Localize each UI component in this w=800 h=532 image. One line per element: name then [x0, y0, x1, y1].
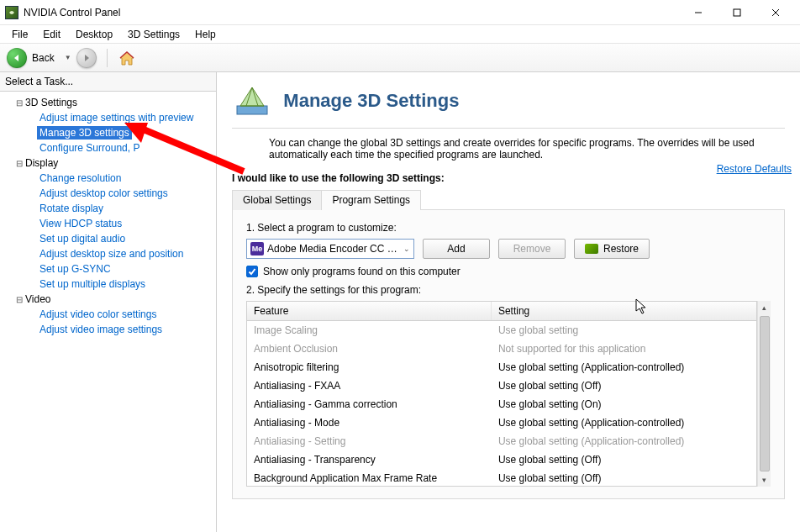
show-only-label: Show only programs found on this compute… [263, 266, 461, 277]
program-select[interactable]: Me Adobe Media Encoder CC (adob... ⌄ [246, 239, 414, 259]
tree-group-video[interactable]: Video [25, 293, 50, 305]
adobe-me-icon: Me [250, 242, 264, 255]
restore-button-label: Restore [603, 243, 639, 255]
cell-setting: Use global setting (Off) [492, 471, 756, 486]
nvidia-badge-icon [585, 244, 598, 254]
back-label: Back [32, 52, 55, 64]
maximize-button[interactable] [718, 0, 756, 25]
cell-setting: Use global setting (Off) [492, 452, 756, 467]
minimize-button[interactable] [679, 0, 718, 25]
program-select-value: Adobe Media Encoder CC (adob... [267, 243, 400, 255]
back-history-dropdown[interactable]: ▼ [65, 54, 71, 61]
window-title: NVIDIA Control Panel [24, 7, 120, 18]
sidebar-header: Select a Task... [0, 72, 216, 92]
task-tree: ⊟3D Settings Adjust image settings with … [0, 92, 216, 532]
page-title: Manage 3D Settings [283, 90, 459, 112]
tab-program-settings[interactable]: Program Settings [321, 190, 421, 210]
restore-defaults-link[interactable]: Restore Defaults [717, 163, 792, 175]
table-scrollbar[interactable]: ▴ ▾ [757, 301, 771, 487]
back-button[interactable] [7, 48, 27, 68]
cell-feature: Ambient Occlusion [247, 341, 492, 356]
menu-file[interactable]: File [5, 27, 34, 42]
tree-item-adjust-desktop-color[interactable]: Adjust desktop color settings [37, 187, 171, 200]
scroll-up-icon[interactable]: ▴ [758, 301, 771, 314]
cell-setting: Use global setting [492, 323, 756, 338]
tree-item-change-resolution[interactable]: Change resolution [37, 171, 124, 185]
forward-button[interactable] [76, 48, 97, 68]
tree-item-view-hdcp[interactable]: View HDCP status [37, 217, 124, 230]
tree-item-multiple-displays[interactable]: Set up multiple displays [37, 277, 148, 291]
page-logo-icon [232, 81, 272, 121]
main-content: Manage 3D Settings Restore Defaults You … [217, 72, 800, 532]
cell-feature: Antialiasing - Setting [247, 434, 492, 449]
scroll-thumb[interactable] [760, 316, 770, 471]
tree-item-desktop-size-position[interactable]: Adjust desktop size and position [37, 247, 186, 261]
title-separator [232, 128, 785, 129]
table-row[interactable]: Antialiasing - TransparencyUse global se… [247, 450, 756, 469]
cell-setting: Not supported for this application [492, 341, 756, 356]
menubar: File Edit Desktop 3D Settings Help [0, 25, 800, 44]
tree-item-gsync[interactable]: Set up G-SYNC [37, 262, 113, 276]
chevron-down-icon: ⌄ [400, 245, 410, 253]
tree-group-display[interactable]: Display [25, 157, 58, 169]
step1-label: 1. Select a program to customize: [246, 222, 771, 234]
step2-label: 2. Specify the settings for this program… [246, 284, 771, 296]
column-feature[interactable]: Feature [247, 302, 492, 320]
tree-item-configure-surround[interactable]: Configure Surround, P [37, 141, 142, 155]
menu-edit[interactable]: Edit [36, 27, 67, 42]
cell-feature: Antialiasing - Gamma correction [247, 397, 492, 412]
home-button[interactable] [118, 49, 136, 67]
tree-item-video-image[interactable]: Adjust video image settings [37, 323, 165, 336]
scroll-down-icon[interactable]: ▾ [758, 473, 771, 487]
section-label: I would like to use the following 3D set… [232, 172, 785, 184]
menu-desktop[interactable]: Desktop [69, 27, 119, 42]
restore-button[interactable]: Restore [574, 239, 650, 259]
cell-feature: Antialiasing - Transparency [247, 452, 492, 467]
remove-button[interactable]: Remove [498, 239, 566, 259]
table-row[interactable]: Antialiasing - Gamma correctionUse globa… [247, 395, 756, 413]
table-row[interactable]: Antialiasing - FXAAUse global setting (O… [247, 377, 756, 395]
cell-setting: Use global setting (Application-controll… [492, 434, 756, 449]
tree-collapse-icon[interactable]: ⊟ [13, 98, 25, 108]
cell-feature: Antialiasing - Mode [247, 415, 492, 430]
tree-item-adjust-image-settings[interactable]: Adjust image settings with preview [37, 111, 196, 124]
tree-item-video-color[interactable]: Adjust video color settings [37, 308, 159, 321]
column-setting[interactable]: Setting [492, 302, 756, 320]
cell-feature: Image Scaling [247, 323, 492, 338]
svg-rect-4 [237, 106, 267, 114]
tree-collapse-icon[interactable]: ⊟ [13, 159, 25, 168]
table-row[interactable]: Image ScalingUse global setting [247, 321, 756, 340]
menu-3d-settings[interactable]: 3D Settings [121, 27, 187, 42]
cell-feature: Antialiasing - FXAA [247, 378, 492, 393]
toolbar: Back ▼ [0, 44, 800, 72]
table-row[interactable]: Antialiasing - SettingUse global setting… [247, 432, 756, 450]
cell-feature: Anisotropic filtering [247, 360, 492, 375]
cell-setting: Use global setting (Off) [492, 378, 756, 393]
nvidia-app-icon [5, 6, 18, 19]
sidebar: Select a Task... ⊟3D Settings Adjust ima… [0, 72, 217, 532]
settings-table: Feature Setting Image ScalingUse global … [246, 301, 757, 487]
cell-setting: Use global setting (Application-controll… [492, 415, 756, 430]
page-description: You can change the global 3D settings an… [269, 137, 773, 161]
tab-global-settings[interactable]: Global Settings [232, 190, 322, 210]
titlebar: NVIDIA Control Panel [0, 0, 800, 25]
close-button[interactable] [756, 0, 795, 25]
tree-item-manage-3d-settings[interactable]: Manage 3D settings [37, 126, 132, 140]
tree-item-digital-audio[interactable]: Set up digital audio [37, 232, 128, 245]
table-row[interactable]: Antialiasing - ModeUse global setting (A… [247, 413, 756, 432]
tab-page-program-settings: 1. Select a program to customize: Me Ado… [232, 209, 785, 499]
table-row[interactable]: Ambient OcclusionNot supported for this … [247, 340, 756, 358]
cell-setting: Use global setting (On) [492, 397, 756, 412]
table-row[interactable]: Anisotropic filteringUse global setting … [247, 358, 756, 377]
cell-feature: Background Application Max Frame Rate [247, 471, 492, 486]
menu-help[interactable]: Help [188, 27, 223, 42]
show-only-checkbox[interactable] [246, 266, 258, 277]
tree-group-3d-settings[interactable]: 3D Settings [25, 97, 77, 108]
tree-item-rotate-display[interactable]: Rotate display [37, 202, 106, 215]
add-button[interactable]: Add [423, 239, 490, 259]
toolbar-separator [107, 49, 108, 67]
cell-setting: Use global setting (Application-controll… [492, 360, 756, 375]
tree-collapse-icon[interactable]: ⊟ [13, 295, 25, 304]
table-row[interactable]: Background Application Max Frame RateUse… [247, 469, 756, 486]
svg-rect-1 [734, 9, 740, 16]
